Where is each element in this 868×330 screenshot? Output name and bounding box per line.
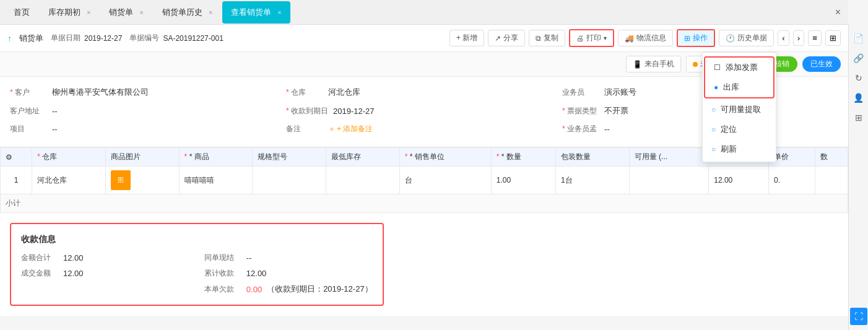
history-button[interactable]: 🕐 历史单据 bbox=[719, 30, 774, 46]
new-button[interactable]: + 新增 bbox=[449, 30, 484, 46]
dropdown-refresh[interactable]: ○ 刷新 bbox=[703, 139, 776, 159]
row-available bbox=[629, 167, 709, 194]
tab-view-sales-label: 查看销货单 bbox=[231, 7, 271, 18]
tab-view-sales[interactable]: 查看销货单 × bbox=[222, 1, 290, 24]
ticket-type-field: 票据类型 不开票 bbox=[562, 105, 838, 116]
add-note-icon: ＋ bbox=[328, 124, 336, 134]
th-pack-qty: 包装数量 bbox=[556, 148, 630, 167]
tab-home-label: 首页 bbox=[14, 7, 30, 18]
row-product: 嘻嘻嘻嘻 bbox=[179, 167, 253, 194]
tab-sales-close[interactable]: × bbox=[139, 9, 143, 16]
employee-label: 业务员 bbox=[562, 87, 599, 98]
sales-employee-label: 业务员孟 bbox=[562, 124, 599, 134]
th-settings[interactable]: ⚙ bbox=[1, 148, 32, 167]
th-amount: 数 bbox=[815, 148, 848, 167]
copy-button[interactable]: ⧉ 复制 bbox=[529, 30, 565, 46]
tab-sales-history-close[interactable]: × bbox=[209, 9, 212, 16]
not-opened-dot bbox=[693, 62, 698, 67]
th-quantity: * 数量 bbox=[491, 148, 555, 167]
transaction-row: 成交金额 12.00 bbox=[21, 268, 189, 279]
tab-home[interactable]: 首页 bbox=[5, 1, 38, 24]
total-value: 12.00 bbox=[63, 253, 84, 263]
row-amount bbox=[815, 167, 848, 194]
row-sales-unit: 台 bbox=[399, 167, 491, 194]
operate-button[interactable]: ⊞ 操作 bbox=[677, 29, 715, 47]
logistics-icon: 🚚 bbox=[625, 34, 634, 43]
tab-inventory-label: 库存期初 bbox=[48, 7, 80, 18]
tab-sales-label: 销货单 bbox=[109, 7, 133, 18]
get-available-icon: ○ bbox=[711, 105, 716, 114]
th-product: * 商品 bbox=[179, 148, 253, 167]
cumulative-label: 累计收款 bbox=[204, 268, 241, 279]
print-icon: 🖨 bbox=[576, 34, 584, 43]
arrears-value: 0.00 bbox=[246, 285, 262, 294]
number-value: SA-20191227-001 bbox=[163, 34, 223, 43]
toolbar-date-field: 单据日期 2019-12-27 bbox=[51, 33, 122, 43]
date-label: 单据日期 bbox=[51, 33, 80, 43]
tab-view-sales-close[interactable]: × bbox=[277, 9, 281, 16]
dropdown-add-invoice[interactable]: ☐ 添加发票 bbox=[705, 58, 773, 77]
transaction-label: 成交金额 bbox=[21, 268, 58, 279]
sidebar-doc-icon[interactable]: 📄 bbox=[850, 30, 867, 47]
dropdown-outbound[interactable]: ● 出库 bbox=[705, 77, 773, 97]
row-min-stock bbox=[326, 167, 400, 194]
history-icon: 🕐 bbox=[726, 34, 735, 43]
cumulative-value: 12.00 bbox=[246, 269, 267, 278]
same-order-value: -- bbox=[246, 253, 252, 263]
address-label: 客户地址 bbox=[10, 106, 47, 116]
locate-label: 定位 bbox=[721, 124, 737, 135]
address-value: -- bbox=[52, 106, 58, 116]
close-main-button[interactable]: × bbox=[835, 7, 841, 18]
nav-prev-button[interactable]: ‹ bbox=[778, 30, 789, 46]
doc-type-icon: ↑ bbox=[7, 33, 12, 43]
payment-info-box: 收款信息 金额合计 12.00 同单现结 -- 成交金额 12.00 累计收款 … bbox=[10, 223, 384, 306]
arrears-row: 本单欠款 0.00 （收款到期日：2019-12-27） bbox=[204, 284, 373, 295]
print-dropdown-arrow: ▾ bbox=[604, 35, 607, 41]
warehouse-value: 河北仓库 bbox=[328, 87, 360, 98]
effective-button[interactable]: 已生效 bbox=[802, 56, 841, 72]
arrears-label: 本单欠款 bbox=[204, 284, 241, 295]
same-order-label: 同单现结 bbox=[204, 253, 241, 263]
total-row: 金额合计 12.00 bbox=[21, 253, 189, 263]
right-sidebar: 📄 🔗 ↻ 👤 ⊞ ⛶ bbox=[848, 25, 868, 316]
refresh-label: 刷新 bbox=[721, 144, 737, 155]
number-label: 单据编号 bbox=[129, 33, 159, 43]
arrears-note: （收款到期日：2019-12-27） bbox=[267, 284, 373, 295]
th-min-stock: 最低库存 bbox=[326, 148, 400, 167]
tab-inventory-close[interactable]: × bbox=[87, 9, 90, 16]
share-label: 分享 bbox=[503, 33, 518, 43]
sales-employee-field: 业务员孟 -- bbox=[562, 124, 838, 134]
th-product-img: 商品图片 bbox=[105, 148, 179, 167]
from-phone-button[interactable]: 📱 来自手机 bbox=[626, 56, 681, 72]
view-list-button[interactable]: ≡ bbox=[808, 30, 822, 46]
tab-sales[interactable]: 销货单 × bbox=[100, 1, 152, 24]
dropdown-get-available[interactable]: ○ 可用量提取 bbox=[703, 100, 776, 119]
share-button[interactable]: ↗ 分享 bbox=[488, 30, 525, 46]
sidebar-user-icon[interactable]: 👤 bbox=[850, 89, 867, 106]
date-value: 2019-12-27 bbox=[84, 34, 122, 43]
tab-sales-history[interactable]: 销货单历史 × bbox=[154, 1, 221, 24]
print-button[interactable]: 🖨 打印 ▾ bbox=[569, 29, 614, 47]
payment-info-grid: 金额合计 12.00 同单现结 -- 成交金额 12.00 累计收款 12.00 bbox=[21, 253, 373, 295]
refresh-icon: ○ bbox=[711, 145, 716, 154]
view-grid-button[interactable]: ⊞ bbox=[825, 30, 841, 46]
phone-icon: 📱 bbox=[633, 60, 642, 69]
sidebar-link-icon[interactable]: 🔗 bbox=[850, 50, 867, 67]
customer-value: 柳州粤港平安气体有限公司 bbox=[52, 87, 149, 98]
nav-next-button[interactable]: › bbox=[793, 30, 804, 46]
logistics-button[interactable]: 🚚 物流信息 bbox=[618, 30, 673, 46]
operate-label: 操作 bbox=[693, 33, 708, 43]
add-invoice-label: 添加发票 bbox=[726, 62, 758, 73]
same-order-row: 同单现结 -- bbox=[204, 253, 373, 263]
sidebar-extra-icon[interactable]: ⊞ bbox=[850, 109, 867, 126]
sales-employee-value: -- bbox=[604, 124, 610, 134]
ticket-type-label: 票据类型 bbox=[562, 106, 599, 116]
add-note-button[interactable]: ＋ + 添加备注 bbox=[328, 124, 373, 134]
row-unit-price: 0. bbox=[769, 167, 815, 194]
toolbar: ↑ 销货单 单据日期 2019-12-27 单据编号 SA-20191227-0… bbox=[0, 25, 848, 52]
warehouse-label: 仓库 bbox=[286, 87, 323, 98]
sidebar-refresh-icon[interactable]: ↻ bbox=[850, 69, 867, 87]
tab-inventory[interactable]: 库存期初 × bbox=[40, 1, 99, 24]
dropdown-locate[interactable]: ○ 定位 bbox=[703, 119, 776, 139]
sidebar-expand-icon[interactable]: ⛶ bbox=[850, 308, 867, 316]
